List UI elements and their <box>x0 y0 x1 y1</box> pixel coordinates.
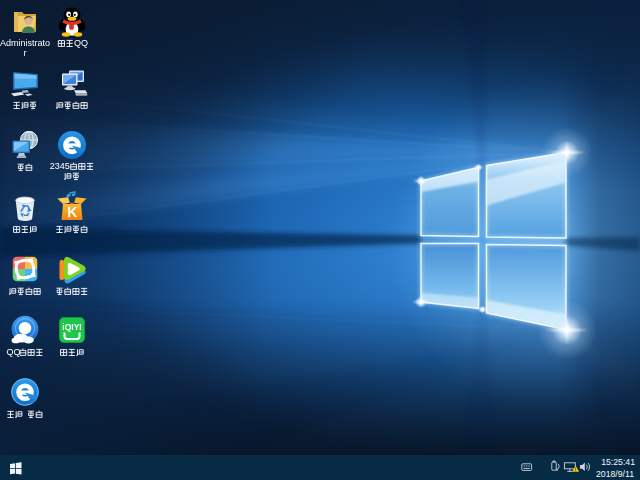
svg-text:QQ: QQ <box>74 38 88 48</box>
svg-text:2345: 2345 <box>50 161 70 171</box>
svg-text:2018/9/11: 2018/9/11 <box>596 469 634 479</box>
svg-text:K: K <box>67 204 77 220</box>
svg-text:iQIYI: iQIYI <box>62 322 81 332</box>
svg-text:15:25:41: 15:25:41 <box>601 457 635 467</box>
svg-text:QQ: QQ <box>6 347 20 357</box>
